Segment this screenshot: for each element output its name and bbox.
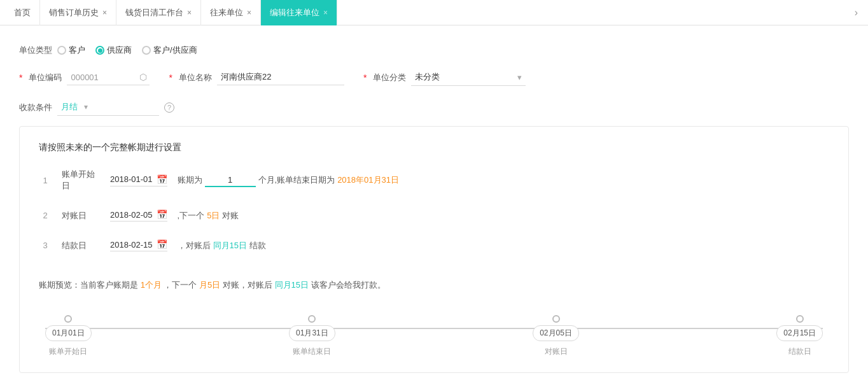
timeline-dot-0 [64,315,72,323]
row-start-date: 1 账单开始日 2018-01-01 📅 账期为 个月,账单结束日期为 2018… [39,169,829,192]
calendar-icon-3[interactable]: 📅 [157,239,167,250]
card-title: 请按照未来的一个完整帐期进行设置 [39,142,829,153]
preview-day15: 同月15日 [275,280,309,290]
payment-date-field: 2018-02-15 📅 [110,239,167,251]
preview-middle: ，下一个 [164,280,197,290]
timeline-label-0: 账单开始日 [49,346,87,357]
payment-select[interactable]: 月结 ▾ [57,99,159,116]
tab-close-edit-partner[interactable]: × [323,8,328,17]
row-label-2: 对账日 [62,210,100,222]
payment-row: 收款条件 月结 ▾ ? [19,99,849,116]
row-desc-3: ，对账后 同月15日 结款 [178,240,266,251]
timeline-node-3: 02月15日结款日 [776,315,823,357]
tab-edit-partner[interactable]: 编辑往来单位× [261,0,337,25]
row-desc-2: ,下一个 5日 对账 [178,210,239,222]
timeline-node-1: 01月31日账单结束日 [289,315,335,357]
tab-label-edit-partner: 编辑往来单位 [270,7,319,18]
row-num-3: 3 [39,241,52,250]
unit-category-field: * 单位分类 未分类 ▾ [363,69,526,86]
row-payment-date: 3 结款日 2018-02-15 📅 ，对账后 同月15日 结款 [39,239,829,251]
timeline-container: 01月01日账单开始日01月31日账单结束日02月05日对账日02月15日结款日 [39,315,829,357]
unit-info-row: * 单位编码 ⬡ * 单位名称 * 单位分类 未分类 ▾ [19,69,849,86]
unit-code-input-wrapper: ⬡ [67,70,150,85]
reconcile-date-field: 2018-02-05 📅 [110,209,167,222]
radio-group: 客户供应商客户/供应商 [57,45,197,56]
tab-sales-order[interactable]: 销售订单历史× [40,0,116,25]
timeline-badge-2: 02月05日 [533,325,579,341]
unit-type-field: 单位类型 客户供应商客户/供应商 [19,45,197,56]
tab-bar: 首页销售订单历史×钱货日清工作台×往来单位×编辑往来单位× › [0,0,868,25]
tab-label-cash-work: 钱货日清工作台 [125,7,183,18]
timeline-badge-1: 01月31日 [289,325,335,341]
payment-field: 收款条件 月结 ▾ ? [19,99,174,116]
tab-close-cash-work[interactable]: × [187,8,192,17]
tab-label-sales-order: 销售订单历史 [49,7,99,18]
radio-label-customer: 客户 [69,45,85,56]
preview-prefix: 账期预览：当前客户账期是 [39,280,138,290]
timeline-label-2: 对账日 [545,346,568,357]
help-icon[interactable]: ? [164,102,174,113]
desc-suffix-1: 个月,账单结束日期为 [258,174,335,186]
select-arrow-icon: ▾ [81,102,90,111]
desc-prefix-3: ，对账后 [178,240,211,251]
tab-scroll-arrow[interactable]: › [850,7,863,18]
desc-prefix-1: 账期为 [178,174,202,186]
calendar-icon-1[interactable]: 📅 [157,174,167,185]
row-reconcile-date: 2 对账日 2018-02-05 📅 ,下一个 5日 对账 [39,209,829,222]
period-input[interactable] [205,174,256,187]
preview-1month: 1个月 [141,280,162,290]
payment-label: 收款条件 [19,102,52,113]
unit-name-field: * 单位名称 [169,70,344,85]
unit-category-value: 未分类 [415,71,440,83]
reconcile-day-highlight: 5日 [207,210,220,222]
timeline-label-3: 结款日 [788,346,811,357]
unit-name-input[interactable] [217,70,344,85]
tab-close-sales-order[interactable]: × [102,8,107,17]
dropdown-arrow-icon: ▾ [517,73,522,82]
required-star-code: * [19,73,22,83]
preview-suffix: 该客户会给我打款。 [311,280,386,290]
radio-supplier[interactable]: 供应商 [95,45,132,56]
unit-category-label: 单位分类 [373,72,406,83]
radio-circle-customer [57,46,66,55]
radio-both[interactable]: 客户/供应商 [142,45,197,56]
tab-partners[interactable]: 往来单位× [201,0,261,25]
radio-label-both: 客户/供应商 [153,45,197,56]
desc-suffix-3: 结款 [249,240,266,251]
row-label-3: 结款日 [62,240,100,251]
start-date-field: 2018-01-01 📅 [110,174,167,186]
desc-prefix-2: ,下一个 [178,210,205,222]
timeline-node-2: 02月05日对账日 [533,315,579,357]
payment-date-value: 2018-02-15 [110,240,153,250]
preview-middle2: 对账，对账后 [223,280,272,290]
payment-day-highlight: 同月15日 [213,240,247,251]
card-section: 请按照未来的一个完整帐期进行设置 1 账单开始日 2018-01-01 📅 账期… [19,126,849,373]
required-star-name: * [169,73,172,83]
unit-code-input[interactable] [67,70,137,85]
calendar-icon-2[interactable]: 📅 [157,209,167,220]
unit-code-label: 单位编码 [29,72,62,83]
timeline-badge-0: 01月01日 [45,325,92,341]
unit-code-field: * 单位编码 ⬡ [19,70,150,85]
unit-name-label: 单位名称 [179,72,212,83]
tab-close-partners[interactable]: × [247,8,251,17]
row-label-1: 账单开始日 [62,169,100,192]
unit-type-row: 单位类型 客户供应商客户/供应商 [19,45,849,56]
unit-category-select[interactable]: 未分类 ▾ [411,69,526,86]
radio-circle-both [142,46,151,55]
tab-label-home: 首页 [14,7,31,18]
timeline-node-0: 01月01日账单开始日 [45,315,92,357]
timeline-dot-2 [552,315,560,323]
unit-type-label: 单位类型 [19,45,52,56]
tab-home[interactable]: 首页 [5,0,40,25]
radio-label-supplier: 供应商 [107,45,132,56]
timeline-label-1: 账单结束日 [293,346,331,357]
timeline-dot-1 [308,315,316,323]
preview-day5: 月5日 [199,280,220,290]
tab-cash-work[interactable]: 钱货日清工作台× [116,0,201,25]
tab-label-partners: 往来单位 [210,7,243,18]
copy-icon[interactable]: ⬡ [137,72,150,82]
radio-circle-supplier [95,46,104,55]
radio-customer[interactable]: 客户 [57,45,85,56]
main-content: 单位类型 客户供应商客户/供应商 * 单位编码 ⬡ * 单位名称 * 单位分类 … [0,25,868,387]
